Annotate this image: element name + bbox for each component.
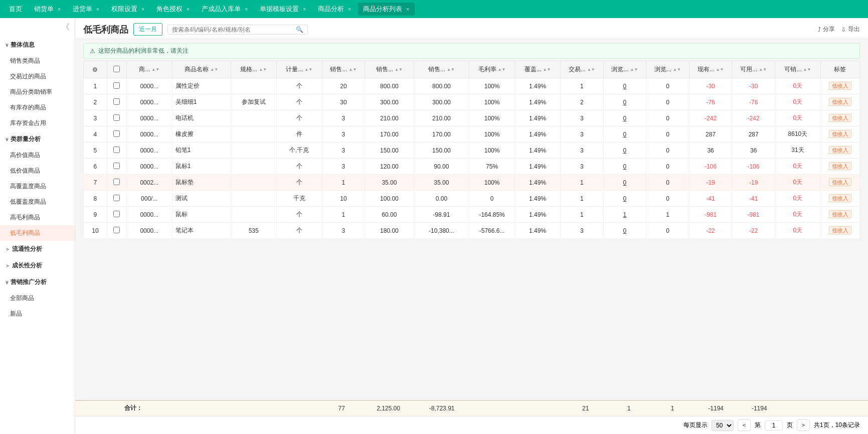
sidebar-section-marketing[interactable]: ∨ 营销推广分析 bbox=[0, 274, 75, 291]
sort-icon[interactable]: ▲▼ bbox=[349, 68, 357, 71]
page-input[interactable] bbox=[765, 420, 783, 430]
sidebar-section-cluster[interactable]: ∨ 类群量分析 bbox=[0, 131, 75, 148]
row-checkbox-cell[interactable] bbox=[107, 191, 126, 207]
sidebar-section-growth[interactable]: ＞ 成长性分析 bbox=[0, 257, 75, 274]
sidebar-item-low-coverage[interactable]: 低覆盖度商品 bbox=[0, 194, 75, 210]
sort-icon[interactable]: ▲▼ bbox=[543, 68, 551, 71]
row-checkbox-cell[interactable] bbox=[107, 175, 126, 191]
th-code[interactable]: 商...▲▼ bbox=[126, 61, 172, 78]
sidebar-item-low-value[interactable]: 低价值商品 bbox=[0, 163, 75, 179]
row-name[interactable]: 属性定价 bbox=[172, 78, 231, 94]
row-checkbox[interactable] bbox=[113, 227, 120, 233]
sort-icon[interactable]: ▲▼ bbox=[803, 68, 811, 71]
row-checkbox[interactable] bbox=[113, 195, 120, 201]
row-checkbox-cell[interactable] bbox=[107, 142, 126, 159]
view-count-link[interactable]: 0 bbox=[623, 147, 627, 154]
th-spec[interactable]: 规格...▲▼ bbox=[231, 61, 276, 78]
th-unit[interactable]: 计量...▲▼ bbox=[276, 61, 322, 78]
th-sale-price[interactable]: 销售...▲▼ bbox=[365, 61, 414, 78]
row-name[interactable]: 电话机 bbox=[172, 110, 231, 126]
view-count-link[interactable]: 0 bbox=[623, 99, 627, 106]
row-name[interactable]: 橡皮擦 bbox=[172, 126, 231, 142]
row-checkbox-cell[interactable] bbox=[107, 126, 126, 142]
close-icon[interactable]: × bbox=[58, 6, 61, 12]
filter-period-button[interactable]: 近一月 bbox=[133, 23, 162, 36]
sidebar-item-sales-goods[interactable]: 销售类商品 bbox=[0, 53, 75, 69]
th-name[interactable]: 商品名称▲▼ bbox=[172, 61, 231, 78]
row-checkbox[interactable] bbox=[113, 114, 120, 121]
page-size-select[interactable]: 50 bbox=[712, 420, 734, 431]
share-button[interactable]: ⤴ 分享 bbox=[818, 25, 835, 34]
row-view-count[interactable]: 0 bbox=[603, 175, 646, 191]
row-view-count[interactable]: 0 bbox=[603, 142, 646, 159]
nav-sales[interactable]: 销货单 × bbox=[29, 3, 66, 16]
close-icon[interactable]: × bbox=[303, 6, 306, 12]
row-view-count[interactable]: 0 bbox=[603, 110, 646, 126]
row-checkbox[interactable] bbox=[113, 211, 120, 217]
sidebar-section-circulation[interactable]: ＞ 流通性分析 bbox=[0, 241, 75, 257]
row-checkbox[interactable] bbox=[113, 179, 120, 185]
view-count-link[interactable]: 1 bbox=[623, 211, 627, 218]
row-checkbox[interactable] bbox=[113, 130, 120, 137]
row-checkbox[interactable] bbox=[113, 98, 120, 105]
row-checkbox[interactable] bbox=[113, 82, 120, 89]
row-checkbox-cell[interactable] bbox=[107, 78, 126, 94]
close-icon[interactable]: × bbox=[141, 6, 144, 12]
search-box[interactable]: 🔍 bbox=[167, 25, 308, 35]
nav-product-entry[interactable]: 产成品入库单 × bbox=[197, 3, 253, 16]
sort-icon[interactable]: ▲▼ bbox=[587, 68, 595, 71]
row-view-count[interactable]: 0 bbox=[603, 223, 646, 239]
view-count-link[interactable]: 0 bbox=[623, 115, 627, 122]
sort-icon[interactable]: ▲▼ bbox=[447, 68, 455, 71]
view-count-link[interactable]: 0 bbox=[623, 195, 627, 202]
sidebar-item-new-goods[interactable]: 新品 bbox=[0, 306, 75, 322]
row-view-count[interactable]: 0 bbox=[603, 159, 646, 175]
next-page-button[interactable]: ＞ bbox=[797, 419, 810, 431]
sidebar-item-traded-goods[interactable]: 交易过的商品 bbox=[0, 69, 75, 84]
select-all-checkbox[interactable] bbox=[113, 66, 120, 72]
row-view-count[interactable]: 0 bbox=[603, 126, 646, 142]
view-count-link[interactable]: 0 bbox=[623, 227, 627, 234]
sidebar-item-all-goods[interactable]: 全部商品 bbox=[0, 291, 75, 306]
row-checkbox[interactable] bbox=[113, 147, 120, 153]
sort-icon[interactable]: ▲▼ bbox=[498, 68, 506, 71]
row-name[interactable]: 测试 bbox=[172, 191, 231, 207]
row-view-count[interactable]: 0 bbox=[603, 191, 646, 207]
sidebar-collapse-button[interactable]: 《 bbox=[60, 20, 72, 35]
sort-icon[interactable]: ▲▼ bbox=[151, 68, 159, 71]
row-checkbox[interactable] bbox=[113, 163, 120, 169]
row-name[interactable]: 笔记本 bbox=[172, 223, 231, 239]
export-button[interactable]: ⇩ 导出 bbox=[841, 25, 860, 34]
nav-product-analysis-list[interactable]: 商品分析列表 × bbox=[358, 3, 414, 16]
row-name[interactable]: 鼠标 bbox=[172, 207, 231, 223]
th-view-count[interactable]: 浏览...▲▼ bbox=[603, 61, 646, 78]
th-gross-rate[interactable]: 毛利率▲▼ bbox=[469, 61, 515, 78]
nav-permissions[interactable]: 权限设置 × bbox=[106, 3, 149, 16]
prev-page-button[interactable]: ＜ bbox=[738, 419, 751, 431]
sort-icon[interactable]: ▲▼ bbox=[210, 68, 218, 71]
row-checkbox-cell[interactable] bbox=[107, 159, 126, 175]
row-name[interactable]: 鼠标1 bbox=[172, 159, 231, 175]
sidebar-item-high-gross[interactable]: 高毛利商品 bbox=[0, 210, 75, 225]
row-name[interactable]: 鼠标垫 bbox=[172, 175, 231, 191]
row-view-count[interactable]: 0 bbox=[603, 94, 646, 110]
sidebar-item-stock-goods[interactable]: 有库存的商品 bbox=[0, 100, 75, 115]
close-icon[interactable]: × bbox=[348, 6, 351, 12]
th-available-stock[interactable]: 可用...▲▼ bbox=[732, 61, 775, 78]
th-sale-qty[interactable]: 销售...▲▼ bbox=[322, 61, 365, 78]
nav-template-settings[interactable]: 单据模板设置 × bbox=[255, 3, 311, 16]
nav-purchase[interactable]: 进货单 × bbox=[68, 3, 104, 16]
view-count-link[interactable]: 0 bbox=[623, 83, 627, 90]
th-saleable-days[interactable]: 可销...▲▼ bbox=[775, 61, 820, 78]
sidebar-item-category-rate[interactable]: 商品分类助销率 bbox=[0, 84, 75, 100]
th-view-rate[interactable]: 浏览...▲▼ bbox=[646, 61, 689, 78]
th-sale-amount[interactable]: 销售...▲▼ bbox=[414, 61, 469, 78]
sort-icon[interactable]: ▲▼ bbox=[395, 68, 403, 71]
close-icon[interactable]: × bbox=[406, 6, 409, 12]
sort-icon[interactable]: ▲▼ bbox=[759, 68, 767, 71]
row-checkbox-cell[interactable] bbox=[107, 110, 126, 126]
nav-home[interactable]: 首页 bbox=[4, 3, 27, 16]
view-count-link[interactable]: 0 bbox=[623, 179, 627, 186]
row-checkbox-cell[interactable] bbox=[107, 223, 126, 239]
close-icon[interactable]: × bbox=[187, 6, 190, 12]
